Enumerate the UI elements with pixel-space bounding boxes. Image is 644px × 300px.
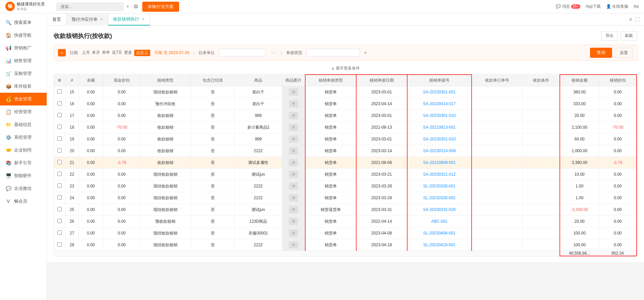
td-bill-no[interactable]: SA-20230321-012 [407,169,472,180]
td-bill-no[interactable]: SA-20230301-001 [407,86,472,98]
td-amount: 1.00 [560,192,599,204]
sidebar-item-system[interactable]: ⚙️ 系统管理 [0,131,47,144]
tab-prepay-close[interactable]: × [100,16,103,23]
td-bill-no[interactable]: SA-20230301-010 [407,133,472,145]
td-bill-no[interactable]: SA-20230314-008 [407,145,472,157]
td-cb[interactable] [54,180,65,192]
date-option-more[interactable]: 更多 [124,50,132,56]
sidebar-item-search[interactable]: 🔍 搜索菜单 [0,16,47,29]
search-input[interactable] [56,3,123,11]
tab-prepay[interactable]: 预付冲应付单 × [67,13,108,26]
filter-right: 查询 设置 [590,48,633,58]
from-unit-dots[interactable]: ··· [270,50,277,56]
row-checkbox[interactable] [57,89,62,94]
td-goods: 999 [234,110,282,122]
notification-area[interactable]: 💬 消息 99+ [556,4,580,9]
bill-type-input[interactable] [306,49,360,57]
td-cash-discount: 0.00 [103,110,140,122]
td-bill-no[interactable]: SA-20210808-001 [407,157,472,169]
td-cb[interactable] [54,192,65,204]
date-option-this-year[interactable]: 本年 [102,50,110,56]
td-cb[interactable] [54,122,65,133]
row-checkbox[interactable] [57,230,62,235]
row-checkbox[interactable] [57,207,62,211]
td-bill-no[interactable]: SL-20230418-001 [407,239,472,251]
sidebar-item-quick-nav[interactable]: 🏠 快捷导航 [0,29,47,42]
sidebar-item-sales[interactable]: 📊 销售管理 [0,54,47,67]
td-bill-no[interactable]: SA-20210813-001 [407,122,472,133]
row-checkbox[interactable] [57,219,62,223]
td-cb[interactable] [54,133,65,145]
row-checkbox[interactable] [57,160,62,164]
sidebar-item-hardware[interactable]: 🖥️ 智能硬件 [0,169,47,182]
td-bill-no[interactable]: SA-20230301-010 [407,110,472,122]
row-checkbox[interactable] [57,195,62,200]
td-cb[interactable] [54,98,65,110]
tab-writeoff[interactable]: 收款核销执行 × [108,13,150,26]
td-goods: 测试多属性 [234,157,282,169]
td-bill-no[interactable]: ABC-001 [407,216,472,227]
td-cb[interactable] [54,204,65,216]
export-button[interactable]: 导出 [601,31,618,41]
date-option-custom[interactable]: 自定义 [134,50,150,56]
table-row: 240.000.00现结收款核销否2222图销货单2023-03-28SL-20… [54,192,637,204]
td-cb[interactable] [54,86,65,98]
gear-button[interactable]: ⚙ [132,2,140,11]
industry-button[interactable]: 休验行业方案 [142,2,179,12]
sidebar-item-inventory[interactable]: 📦 库存核算 [0,80,47,93]
date-option-this-month[interactable]: 本月 [92,50,100,56]
sidebar-item-marketing[interactable]: 📢 营销推广 [0,42,47,54]
expand-button[interactable]: » [58,49,66,56]
td-cb[interactable] [54,157,65,169]
td-bill-no[interactable]: SL-20230328-002 [407,192,472,204]
td-cb[interactable] [54,239,65,251]
date-option-7days[interactable]: 近7天 [112,50,122,56]
row-checkbox[interactable] [57,183,62,188]
td-bill-date: 2023-03-01 [356,133,407,145]
sidebar-item-operations[interactable]: 📋 经营管理 [0,105,47,118]
sidebar-item-basic-info[interactable]: 📁 基础信息 [0,118,47,131]
from-unit-input[interactable] [219,49,266,57]
close-window-icon[interactable]: ✕ [629,17,633,22]
refresh-button[interactable]: 刷新 [621,31,637,41]
row-checkbox[interactable] [57,136,62,141]
maximize-icon[interactable]: ⛶ [635,17,640,22]
sidebar-item-finance[interactable]: 💰 资金管理 [0,93,47,105]
row-checkbox[interactable] [57,125,62,129]
row-checkbox[interactable] [57,242,62,247]
row-checkbox[interactable] [57,172,62,176]
sidebar-item-wechat[interactable]: 💬 企业微信 [0,182,47,195]
online-service-link[interactable]: 👤 在线客服 [606,4,628,9]
td-goods: 2222 [234,180,282,192]
td-cb[interactable] [54,169,65,180]
td-bill-no[interactable]: SA-20230414-017 [407,98,472,110]
td-cb[interactable] [54,145,65,157]
td-cb[interactable] [54,216,65,227]
td-cb[interactable] [54,227,65,239]
sidebar-label-operations: 经营管理 [14,109,32,115]
user-name[interactable]: Rit [634,4,639,9]
sidebar-item-guide[interactable]: 📚 新手引导 [0,157,47,169]
sidebar-item-enterprise[interactable]: 🤝 企业协同 [0,144,47,157]
query-button[interactable]: 查询 [590,48,612,58]
sidebar-item-member[interactable]: V 畅会员 [0,195,47,208]
row-checkbox[interactable] [57,148,62,153]
td-bill-no[interactable]: SL-20230328-001 [407,180,472,192]
td-bill-no[interactable]: SA-20230331-026 [407,204,472,216]
tab-home[interactable]: 首页 [47,13,67,26]
row-checkbox[interactable] [57,113,62,117]
td-bill-no[interactable]: SL-20230408-001 [407,227,472,239]
table-row: 180.00-70.00收款核销否多计量商品2图销货单2021-08-13SA-… [54,122,637,133]
td-cb[interactable] [54,110,65,122]
expand-more-button[interactable]: ∨ 展开更多条件 [331,66,360,71]
th-settings[interactable]: ⚙ [54,75,65,86]
td-discount: 0.00 [599,204,637,216]
date-range[interactable]: 不限 至 2023-07-26 [154,50,189,56]
app-download-link[interactable]: App下载 [586,4,601,9]
date-option-last-month[interactable]: 上月 [82,50,90,56]
sidebar-item-purchase[interactable]: 🛒 采购管理 [0,67,47,80]
row-checkbox[interactable] [57,101,62,105]
tab-writeoff-close[interactable]: × [141,16,145,22]
filter-settings-button[interactable]: 设置 [615,48,633,58]
td-bill-date: 2023-03-28 [356,180,407,192]
